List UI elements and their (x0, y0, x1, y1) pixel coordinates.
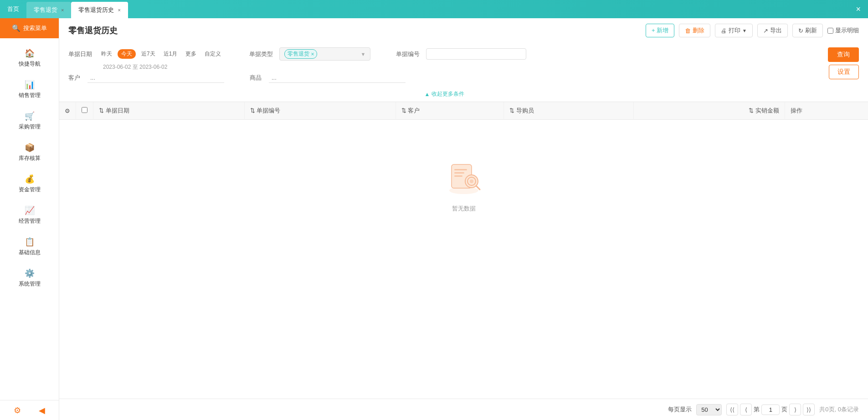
sidebar-item-quick-nav[interactable]: 🏠 快捷导航 (3, 43, 56, 73)
filter-row-2: 客户 商品 (68, 73, 821, 83)
svg-rect-4 (454, 175, 462, 177)
table-body: 暂无数据 (59, 120, 868, 250)
collapse-icon: ▲ (425, 91, 430, 97)
table-header-row: ⚙ ⇅ 单据日期 ⇅ 单据编号 (59, 102, 868, 120)
sidebar-item-label: 采购管理 (19, 123, 41, 131)
refresh-icon: ↻ (798, 27, 803, 34)
tab-retail-return-close[interactable]: × (61, 7, 64, 13)
per-page-label: 每页显示 (668, 405, 692, 414)
pagination-bar: 每页显示 10 20 50 100 ⟨⟨ ⟨ 第 1 页 ⟩ ⟩⟩ 共0页, 0… (59, 399, 868, 420)
print-icon: 🖨 (721, 27, 727, 34)
refresh-button[interactable]: ↻ 刷新 (792, 24, 823, 37)
per-page-select[interactable]: 10 20 50 100 (696, 404, 722, 415)
th-no: ⇅ 单据编号 (244, 102, 395, 120)
date-shortcut-today[interactable]: 今天 (118, 49, 136, 59)
sidebar-item-finance[interactable]: 💰 资金管理 (3, 169, 56, 199)
finance-icon: 💰 (25, 174, 35, 184)
filter-fields: 单据日期 昨天 今天 近7天 近1月 更多 自定义 单据类型 (68, 47, 821, 102)
voucher-no-wrap: 单据编号 (396, 48, 526, 60)
sidebar-item-label: 资金管理 (19, 186, 41, 194)
sidebar-item-label: 系统管理 (19, 280, 41, 288)
voucher-type-select[interactable]: 零售退货 × ▼ (279, 47, 370, 61)
svg-rect-3 (454, 172, 464, 174)
voucher-type-tag: 零售退货 × (284, 49, 317, 59)
tab-list: 首页 零售退货 × 零售退货历史 × (0, 0, 848, 18)
new-button[interactable]: + 新增 (646, 24, 674, 37)
next-page-button[interactable]: ⟩ (789, 404, 801, 415)
date-shortcut-custom[interactable]: 自定义 (202, 49, 224, 59)
date-shortcut-7days[interactable]: 近7天 (139, 49, 158, 59)
sidebar-menu: 🏠 快捷导航 📊 销售管理 🛒 采购管理 📦 库存核算 💰 资金管理 📈 (0, 38, 59, 400)
date-shortcut-yesterday[interactable]: 昨天 (98, 49, 115, 59)
top-bar: 首页 零售退货 × 零售退货历史 × × (0, 0, 868, 18)
customer-input[interactable] (87, 73, 224, 83)
sidebar-item-basic-info[interactable]: 📋 基础信息 (3, 231, 56, 262)
home-icon: 🏠 (25, 48, 35, 58)
inventory-icon: 📦 (25, 143, 35, 153)
voucher-type-dropdown-icon: ▼ (360, 51, 365, 57)
sidebar-item-purchase-mgmt[interactable]: 🛒 采购管理 (3, 106, 56, 136)
tab-retail-return-history[interactable]: 零售退货历史 × (71, 2, 128, 18)
empty-illustration (443, 156, 484, 197)
filter-settings-button[interactable]: 设置 (829, 65, 859, 79)
filter-row-inner: 单据日期 昨天 今天 近7天 近1月 更多 自定义 单据类型 (68, 47, 859, 102)
date-label: 单据日期 (68, 50, 96, 58)
system-icon: ⚙️ (25, 268, 35, 278)
page-total: 共0页, 0条记录 (819, 405, 859, 414)
last-page-button[interactable]: ⟩⟩ (803, 404, 815, 415)
query-button[interactable]: 查询 (828, 47, 859, 62)
export-button[interactable]: ↗ 导出 (757, 24, 788, 37)
page-title: 零售退货历史 (68, 25, 118, 36)
sidebar-search[interactable]: 🔍 搜索菜单 (0, 18, 59, 38)
sidebar-item-inventory[interactable]: 📦 库存核算 (3, 137, 56, 168)
date-shortcut-more[interactable]: 更多 (183, 49, 199, 59)
sidebar-bottom: ⚙ ◀ (0, 400, 59, 420)
svg-rect-2 (454, 169, 467, 170)
data-table: ⚙ ⇅ 单据日期 ⇅ 单据编号 (59, 102, 868, 249)
show-detail-label: 显示明细 (835, 26, 859, 35)
customer-label: 客户 (68, 74, 80, 82)
sidebar-item-system-mgmt[interactable]: ⚙️ 系统管理 (3, 263, 56, 293)
page-word: 第 (754, 405, 760, 414)
date-shortcut-1month[interactable]: 近1月 (161, 49, 180, 59)
collapse-bar[interactable]: ▲ 收起更多条件 (68, 87, 821, 102)
goods-label: 商品 (250, 74, 262, 82)
th-settings: ⚙ (59, 102, 76, 120)
delete-button[interactable]: 🗑 删除 (679, 24, 710, 37)
sidebar-item-label: 经营管理 (19, 217, 41, 225)
content-area: 零售退货历史 + 新增 🗑 删除 🖨 打印 ▼ ↗ 导出 (59, 18, 868, 420)
sidebar-item-label: 基础信息 (19, 249, 41, 256)
sidebar-item-sales-mgmt[interactable]: 📊 销售管理 (3, 74, 56, 105)
settings-icon[interactable]: ⚙ (14, 405, 21, 415)
tab-home[interactable]: 首页 (0, 0, 26, 18)
show-detail-checkbox[interactable] (827, 28, 833, 34)
select-all-checkbox[interactable] (82, 107, 87, 113)
goods-input[interactable] (269, 73, 406, 83)
filter-row-1: 单据日期 昨天 今天 近7天 近1月 更多 自定义 单据类型 (68, 47, 821, 61)
sidebar: 🔍 搜索菜单 🏠 快捷导航 📊 销售管理 🛒 采购管理 📦 库存核算 💰 (0, 18, 59, 420)
collapse-label: 收起更多条件 (431, 90, 464, 98)
sidebar-item-label: 库存核算 (19, 154, 41, 162)
sidebar-item-operations[interactable]: 📈 经营管理 (3, 200, 56, 230)
table-wrap: ⚙ ⇅ 单据日期 ⇅ 单据编号 (59, 102, 868, 399)
sidebar-search-label: 搜索菜单 (23, 24, 47, 32)
voucher-type-tag-remove[interactable]: × (311, 51, 314, 57)
tab-retail-return-history-close[interactable]: × (118, 7, 120, 13)
page-unit: 页 (781, 405, 787, 414)
voucher-no-input[interactable] (426, 48, 526, 60)
table-settings-icon[interactable]: ⚙ (65, 108, 70, 114)
page-header: 零售退货历史 + 新增 🗑 删除 🖨 打印 ▼ ↗ 导出 (59, 18, 868, 102)
th-checkbox (76, 102, 93, 120)
print-button[interactable]: 🖨 打印 ▼ (715, 24, 753, 37)
window-close-button[interactable]: × (848, 5, 868, 14)
first-page-button[interactable]: ⟨⟨ (726, 404, 738, 415)
tab-retail-return[interactable]: 零售退货 × (26, 2, 71, 18)
collapse-sidebar-icon[interactable]: ◀ (39, 405, 45, 415)
th-actions: 操作 (785, 102, 868, 120)
page-number-input[interactable]: 1 (761, 405, 780, 415)
delete-icon: 🗑 (685, 27, 691, 34)
basic-info-icon: 📋 (25, 237, 35, 247)
prev-page-button[interactable]: ⟨ (740, 404, 752, 415)
filter-actions: 查询 设置 (828, 47, 859, 79)
th-amount: ⇅ 实销金额 (633, 102, 785, 120)
